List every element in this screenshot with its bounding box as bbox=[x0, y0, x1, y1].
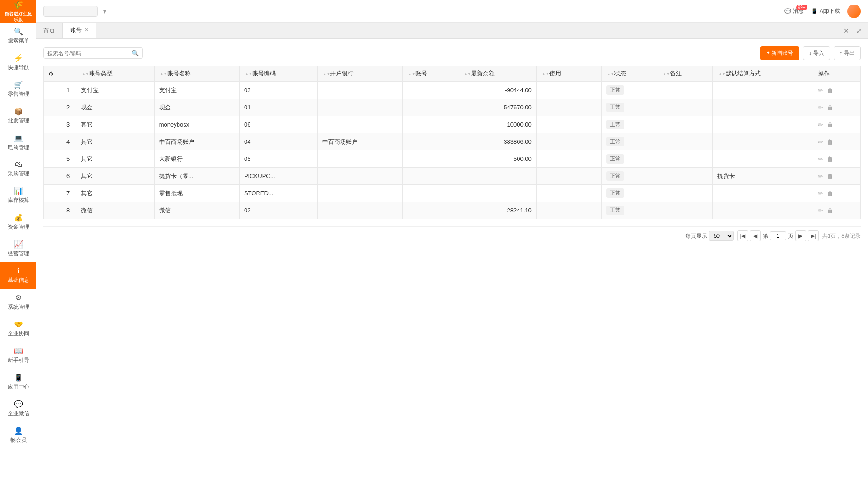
tab-account-label: 账号 bbox=[70, 26, 82, 34]
col-header-type[interactable]: ▲▼账号类型 bbox=[76, 66, 155, 82]
delete-icon[interactable]: 🗑 bbox=[827, 207, 833, 214]
sidebar-item-label: 企业微信 bbox=[8, 410, 29, 418]
inventory-icon: 📊 bbox=[14, 187, 23, 195]
message-button[interactable]: 💬 消息 99+ bbox=[784, 7, 804, 15]
row-settings bbox=[44, 150, 60, 168]
pagination: 每页显示 50 20 100 |◀ ◀ 第 页 ▶ ▶| 共1页，8条记录 bbox=[43, 226, 861, 245]
sidebar-item-finance[interactable]: 💰资金管理 bbox=[0, 209, 36, 235]
row-usage bbox=[536, 99, 601, 116]
sidebar-item-label: 系统管理 bbox=[8, 303, 29, 311]
finance-icon: 💰 bbox=[14, 213, 23, 222]
user-avatar[interactable] bbox=[847, 5, 861, 18]
row-num: 4 bbox=[60, 133, 76, 150]
row-name: 现金 bbox=[154, 99, 239, 116]
sidebar-item-wechat[interactable]: 💬企业微信 bbox=[0, 395, 36, 422]
sidebar-item-system[interactable]: ⚙系统管理 bbox=[0, 289, 36, 315]
delete-icon[interactable]: 🗑 bbox=[827, 121, 833, 128]
search-icon[interactable]: 🔍 bbox=[132, 50, 139, 56]
col-header-account[interactable]: ▲▼账号 bbox=[402, 66, 458, 82]
col-header-name[interactable]: ▲▼账号名称 bbox=[154, 66, 239, 82]
sidebar-item-member[interactable]: 👤畅会员 bbox=[0, 422, 36, 449]
first-page-btn[interactable]: |◀ bbox=[737, 230, 748, 241]
page-size-container: 每页显示 50 20 100 bbox=[685, 231, 734, 241]
import-button[interactable]: ↓ 导入 bbox=[803, 46, 830, 60]
col-header-balance[interactable]: ▲▼最新余额 bbox=[458, 66, 537, 82]
edit-icon[interactable]: ✏ bbox=[818, 121, 823, 128]
edit-icon[interactable]: ✏ bbox=[818, 138, 823, 145]
dropdown-icon[interactable]: ▾ bbox=[103, 8, 106, 15]
table-row: 4 其它 中百商场账户 04 中百商场账户 383866.00 正常 ✏ 🗑 bbox=[44, 133, 861, 150]
row-status: 正常 bbox=[601, 133, 657, 150]
row-usage bbox=[536, 133, 601, 150]
tab-home[interactable]: 首页 bbox=[36, 23, 63, 38]
row-remark bbox=[657, 133, 712, 150]
col-header-code[interactable]: ▲▼账号编码 bbox=[239, 66, 317, 82]
tab-close-btn[interactable]: ✕ bbox=[841, 26, 852, 35]
delete-icon[interactable]: 🗑 bbox=[827, 87, 833, 94]
row-remark bbox=[657, 185, 712, 202]
last-page-btn[interactable]: ▶| bbox=[808, 230, 819, 241]
edit-icon[interactable]: ✏ bbox=[818, 155, 823, 163]
edit-icon[interactable]: ✏ bbox=[818, 207, 823, 214]
search-box[interactable]: 🔍 bbox=[43, 47, 143, 59]
sidebar-item-operations[interactable]: 📈经营管理 bbox=[0, 235, 36, 262]
app-download-button[interactable]: 📱 App下载 bbox=[811, 7, 840, 15]
edit-icon[interactable]: ✏ bbox=[818, 190, 823, 197]
prev-page-btn[interactable]: ◀ bbox=[750, 230, 761, 241]
col-header-remark[interactable]: ▲▼备注 bbox=[657, 66, 712, 82]
tab-expand-btn[interactable]: ⤢ bbox=[854, 26, 864, 35]
delete-icon[interactable]: 🗑 bbox=[827, 104, 833, 111]
row-actions: ✏ 🗑 bbox=[813, 133, 861, 150]
sidebar-item-ecommerce[interactable]: 💻电商管理 bbox=[0, 129, 36, 156]
delete-icon[interactable]: 🗑 bbox=[827, 155, 833, 163]
export-button[interactable]: ↑ 导出 bbox=[834, 46, 861, 60]
col-header-bank[interactable]: ▲▼开户银行 bbox=[317, 66, 402, 82]
sidebar-item-wholesale[interactable]: 📦批发管理 bbox=[0, 103, 36, 129]
top-search-input[interactable] bbox=[43, 6, 98, 17]
sidebar-item-purchase[interactable]: 🛍采购管理 bbox=[0, 156, 36, 182]
sidebar-item-newguide[interactable]: 📖新手引导 bbox=[0, 342, 36, 369]
next-page-btn[interactable]: ▶ bbox=[795, 230, 806, 241]
toolbar: 🔍 + 新增账号 ↓ 导入 ↑ 导出 bbox=[43, 46, 861, 60]
per-page-select[interactable]: 50 20 100 bbox=[709, 231, 734, 241]
row-remark bbox=[657, 150, 712, 168]
col-header-usage[interactable]: ▲▼使用... bbox=[536, 66, 601, 82]
header-right: 💬 消息 99+ 📱 App下载 bbox=[784, 5, 861, 18]
add-account-button[interactable]: + 新增账号 bbox=[760, 46, 799, 60]
edit-icon[interactable]: ✏ bbox=[818, 173, 823, 180]
sidebar-item-label: 采购管理 bbox=[8, 170, 29, 178]
col-header-settlement[interactable]: ▲▼默认结算方式 bbox=[713, 66, 813, 82]
edit-icon[interactable]: ✏ bbox=[818, 87, 823, 94]
row-code: PICKUPC... bbox=[239, 168, 317, 185]
delete-icon[interactable]: 🗑 bbox=[827, 138, 833, 145]
tab-home-label: 首页 bbox=[43, 27, 55, 35]
tab-account[interactable]: 账号 ✕ bbox=[63, 23, 96, 38]
sidebar-item-search[interactable]: 🔍搜索菜单 bbox=[0, 23, 36, 49]
delete-icon[interactable]: 🗑 bbox=[827, 190, 833, 197]
edit-icon[interactable]: ✏ bbox=[818, 104, 823, 111]
tab-account-close[interactable]: ✕ bbox=[85, 27, 89, 33]
row-name: moneybosx bbox=[154, 116, 239, 133]
row-actions: ✏ 🗑 bbox=[813, 150, 861, 168]
row-code: 03 bbox=[239, 82, 317, 99]
row-usage bbox=[536, 185, 601, 202]
enterprise-icon: 🤝 bbox=[14, 320, 23, 328]
sidebar-item-enterprise[interactable]: 🤝企业协同 bbox=[0, 315, 36, 342]
page-number-input[interactable] bbox=[770, 231, 786, 240]
col-header-settings[interactable]: ⚙ bbox=[44, 66, 60, 82]
sidebar-item-quick[interactable]: ⚡快捷导航 bbox=[0, 49, 36, 76]
row-balance: 28241.10 bbox=[458, 202, 537, 219]
sidebar-item-inventory[interactable]: 📊库存核算 bbox=[0, 182, 36, 209]
sidebar-item-retail[interactable]: 🛒零售管理 bbox=[0, 76, 36, 103]
delete-icon[interactable]: 🗑 bbox=[827, 173, 833, 180]
row-code: 01 bbox=[239, 99, 317, 116]
search-input[interactable] bbox=[47, 50, 132, 56]
sidebar-item-appcenter[interactable]: 📱应用中心 bbox=[0, 369, 36, 395]
col-header-status[interactable]: ▲▼状态 bbox=[601, 66, 657, 82]
row-account bbox=[402, 202, 458, 219]
sidebar-item-basic[interactable]: ℹ基础信息 bbox=[0, 262, 36, 289]
import-icon: ↓ bbox=[809, 50, 811, 56]
row-settings bbox=[44, 202, 60, 219]
row-num: 3 bbox=[60, 116, 76, 133]
row-code: 06 bbox=[239, 116, 317, 133]
